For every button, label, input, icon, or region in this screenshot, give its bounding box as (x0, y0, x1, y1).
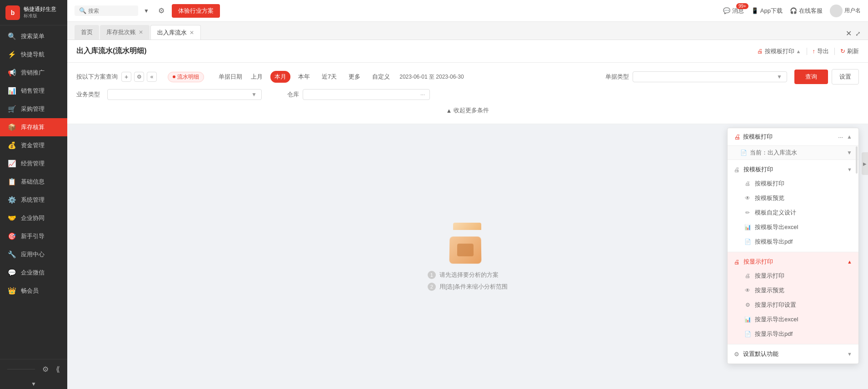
panel-up-arrow[interactable]: ▲ (847, 134, 852, 140)
dropdown-section-display-header[interactable]: 🖨 按显示打印 ▲ (728, 255, 858, 269)
sidebar-item-member[interactable]: 👑 畅会员 (0, 282, 67, 300)
filter-settings-button[interactable]: ⚙ (134, 72, 144, 82)
collapse-conditions-button[interactable]: ▲ 收起更多条件 (76, 104, 859, 117)
current-template: 📄 当前：出入库流水 ▼ (728, 146, 858, 160)
current-template-icon: 📄 (740, 150, 747, 156)
box-face-icon (457, 244, 474, 256)
export-button[interactable]: ↑ 导出 (813, 47, 829, 55)
warehouse-select[interactable]: ··· (303, 89, 430, 100)
date-btn-this-month[interactable]: 本月 (270, 71, 290, 83)
filter-section-label: 按以下方案查询 (76, 73, 118, 81)
filter-tag[interactable]: 流水明细 (168, 72, 204, 82)
dropdown-item-template-design[interactable]: ✏ 模板自定义设计 (728, 205, 858, 220)
window-close-button[interactable]: ✕ (846, 29, 852, 38)
industry-solution-button[interactable]: 体验行业方案 (172, 4, 220, 18)
sidebar-item-sales[interactable]: 📊 销售管理 (0, 82, 67, 100)
item-preview-icon: 👁 (744, 194, 751, 202)
topbar-search-box[interactable]: 🔍 (75, 5, 138, 16)
sidebar-item-inventory[interactable]: 📦 库存核算 (0, 118, 67, 136)
sidebar-item-operation[interactable]: 📈 经营管理 (0, 155, 67, 173)
user-avatar[interactable]: 用户名 (830, 5, 861, 17)
online-service-button[interactable]: 🎧 在线客服 (790, 7, 823, 15)
sidebar-settings-icon[interactable]: ⚙ (42, 365, 49, 374)
date-btn-last-month[interactable]: 上月 (247, 71, 267, 83)
dropdown-item-display-excel[interactable]: 📊 按显示导出excel (728, 312, 858, 327)
operation-icon: 📈 (7, 159, 16, 168)
date-filter-group: 单据日期 上月 本月 本年 近7天 更多 自定义 2023-06-01 至 20… (219, 71, 464, 83)
export-icon: ↑ (813, 48, 816, 55)
sidebar: b 畅捷通好生意 标准版 🔍 搜索菜单 ⚡ 快捷导航 📢 营销推广 📊 销售管理… (0, 0, 67, 389)
window-expand-button[interactable]: ⤢ (855, 30, 861, 37)
sidebar-item-finance[interactable]: 💰 资金管理 (0, 136, 67, 155)
app-download-button[interactable]: 📱 App下载 (751, 7, 783, 15)
tab-batch[interactable]: 库存批次账 ✕ (100, 25, 150, 40)
settings-button[interactable]: 设置 (832, 69, 859, 85)
more-options-icon[interactable]: ··· (838, 134, 843, 140)
template-print-button[interactable]: 🖨 按模板打印 ▲ (757, 47, 801, 55)
step-1-num: 1 (428, 271, 436, 279)
sidebar-item-appcenter[interactable]: 🔧 应用中心 (0, 245, 67, 264)
voucher-type-group: 单据类型 ▼ (605, 71, 787, 82)
dropdown-item-template-pdf[interactable]: 📄 按模板导出pdf (728, 234, 858, 249)
wechat-icon: 💬 (7, 268, 16, 277)
section-display-arrow: ▲ (847, 259, 852, 264)
right-panel-collapse[interactable]: ▶ (862, 152, 868, 175)
sidebar-item-wechat[interactable]: 💬 企业微信 (0, 264, 67, 282)
filter-collapse-button[interactable]: « (147, 72, 157, 82)
sidebar-item-purchase[interactable]: 🛒 采购管理 (0, 100, 67, 118)
sidebar-item-quicknav[interactable]: ⚡ 快捷导航 (0, 45, 67, 64)
dropdown-panel-header: 🖨 按模板打印 ··· ▲ (728, 128, 858, 146)
app-edition: 标准版 (24, 13, 56, 19)
section-default-icon: ⚙ (734, 351, 739, 358)
query-settings-area: 查询 设置 (794, 69, 859, 85)
biz-type-select[interactable]: ▼ (107, 89, 262, 100)
dropdown-item-template-excel[interactable]: 📊 按模板导出excel (728, 220, 858, 234)
biz-type-arrow: ▼ (251, 91, 257, 98)
topbar-gear-icon[interactable]: ⚙ (155, 4, 168, 18)
tab-home[interactable]: 首页 (75, 25, 99, 40)
date-btn-this-year[interactable]: 本年 (294, 71, 314, 83)
notifications-button[interactable]: 💬 消息 99+ (723, 7, 744, 15)
dropdown-item-template-preview[interactable]: 👁 按模板预览 (728, 191, 858, 205)
dropdown-item-display-settings[interactable]: ⚙ 按显示打印设置 (728, 298, 858, 312)
search-input[interactable] (88, 8, 129, 14)
query-button[interactable]: 查询 (794, 70, 828, 84)
empty-step-2: 2 用[选]条件来缩小分析范围 (428, 283, 508, 291)
filter-add-button[interactable]: + (121, 72, 131, 82)
item-display-preview-icon: 👁 (744, 287, 751, 294)
refresh-button[interactable]: ↻ 刷新 (840, 47, 859, 55)
dropdown-section-default-header[interactable]: ⚙ 设置默认功能 ▼ (728, 347, 858, 361)
date-btn-more[interactable]: 更多 (344, 71, 364, 83)
dropdown-item-template-print[interactable]: 🖨 按模板打印 (728, 176, 858, 191)
page-header: 出入库流水(流水明细) 🖨 按模板打印 ▲ ↑ 导出 ↻ 刷新 (67, 40, 868, 63)
avatar (830, 5, 843, 17)
item-design-icon: ✏ (744, 209, 751, 216)
voucher-type-select[interactable]: ▼ (633, 71, 787, 82)
item-display-print-icon: 🖨 (744, 272, 751, 279)
sidebar-item-marketing[interactable]: 📢 营销推广 (0, 64, 67, 82)
service-icon: 🎧 (790, 7, 797, 14)
date-btn-custom[interactable]: 自定义 (368, 71, 394, 83)
tab-batch-close[interactable]: ✕ (139, 29, 143, 35)
date-btn-7days[interactable]: 近7天 (318, 71, 341, 83)
sidebar-item-basic[interactable]: 📋 基础信息 (0, 173, 67, 191)
sidebar-item-search[interactable]: 🔍 搜索菜单 (0, 27, 67, 45)
topbar-search-dropdown[interactable]: ▼ (142, 6, 151, 15)
dropdown-section-template-header[interactable]: 🖨 按模板打印 ▼ (728, 163, 858, 176)
sidebar-scroll-down[interactable]: ▼ (0, 379, 67, 389)
dropdown-section-default-title: ⚙ 设置默认功能 (734, 350, 778, 358)
empty-state: 1 请先选择要分析的方案 2 用[选]条件来缩小分析范围 (428, 223, 508, 291)
tab-bar: 首页 库存批次账 ✕ 出入库流水 ✕ ✕ ⤢ (67, 22, 868, 40)
dropdown-item-display-print[interactable]: 🖨 按显示打印 (728, 269, 858, 283)
dropdown-item-display-pdf[interactable]: 📄 按显示导出pdf (728, 327, 858, 341)
tab-flow-close[interactable]: ✕ (190, 30, 194, 36)
dropdown-item-display-preview[interactable]: 👁 按显示预览 (728, 283, 858, 298)
filter-row-2-inner: 业务类型 ▼ 仓库 ··· (76, 89, 859, 100)
sidebar-item-system[interactable]: ⚙️ 系统管理 (0, 191, 67, 209)
print-panel-icon: 🖨 (734, 133, 740, 140)
sidebar-item-collab[interactable]: 🤝 企业协同 (0, 209, 67, 227)
divider-2 (834, 48, 835, 55)
tab-flow[interactable]: 出入库流水 ✕ (150, 25, 201, 40)
sidebar-collapse-icon[interactable]: ⟪ (56, 365, 60, 374)
sidebar-item-guide[interactable]: 🎯 新手引导 (0, 227, 67, 245)
